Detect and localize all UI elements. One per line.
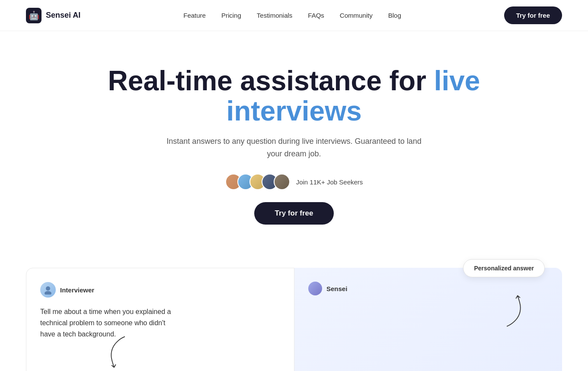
nav-testimonials[interactable]: Testimonials xyxy=(257,12,293,19)
svg-point-0 xyxy=(46,286,50,291)
navbar: 🤖 Sensei AI Feature Pricing Testimonials… xyxy=(0,0,588,31)
nav-faqs[interactable]: FAQs xyxy=(308,12,324,19)
personalized-answer-label: Personalized answer xyxy=(474,265,534,272)
nav-try-free-button[interactable]: Try for free xyxy=(504,6,562,24)
demo-left-panel: Interviewer Tell me about a time when yo… xyxy=(26,268,294,371)
logo-icon: 🤖 xyxy=(26,8,42,23)
nav-links: Feature Pricing Testimonials FAQs Commun… xyxy=(183,12,401,19)
nav-pricing[interactable]: Pricing xyxy=(221,12,241,19)
avatar-stack xyxy=(225,174,290,190)
interviewer-avatar xyxy=(40,282,56,298)
hero-subtitle: Instant answers to any question during l… xyxy=(164,135,424,160)
nav-community[interactable]: Community xyxy=(340,12,373,19)
hero-section: Real-time assistance for live interviews… xyxy=(0,31,588,251)
demo-right-panel: Sensei Personalized answer xyxy=(294,268,562,371)
sensei-avatar xyxy=(308,282,322,295)
svg-point-1 xyxy=(45,291,51,295)
logo-text: Sensei AI xyxy=(46,11,80,20)
social-proof-text: Join 11K+ Job Seekers xyxy=(296,178,363,186)
avatar-5 xyxy=(274,174,290,190)
personalized-answer-badge: Personalized answer xyxy=(463,259,545,277)
nav-feature[interactable]: Feature xyxy=(183,12,206,19)
hero-title-part1: Real-time assistance for xyxy=(108,65,434,96)
hero-title: Real-time assistance for live interviews xyxy=(99,66,489,127)
logo[interactable]: 🤖 Sensei AI xyxy=(26,8,80,23)
arrow-right-decoration xyxy=(502,294,527,330)
nav-blog[interactable]: Blog xyxy=(388,12,401,19)
hero-try-free-button[interactable]: Try for free xyxy=(254,202,334,225)
social-proof: Join 11K+ Job Seekers xyxy=(225,174,363,190)
demo-section: Interviewer Tell me about a time when yo… xyxy=(26,268,562,371)
sensei-label: Sensei xyxy=(326,285,347,292)
arrow-left-decoration xyxy=(104,335,130,371)
interviewer-label: Interviewer xyxy=(60,286,94,294)
interviewer-header: Interviewer xyxy=(40,282,280,298)
